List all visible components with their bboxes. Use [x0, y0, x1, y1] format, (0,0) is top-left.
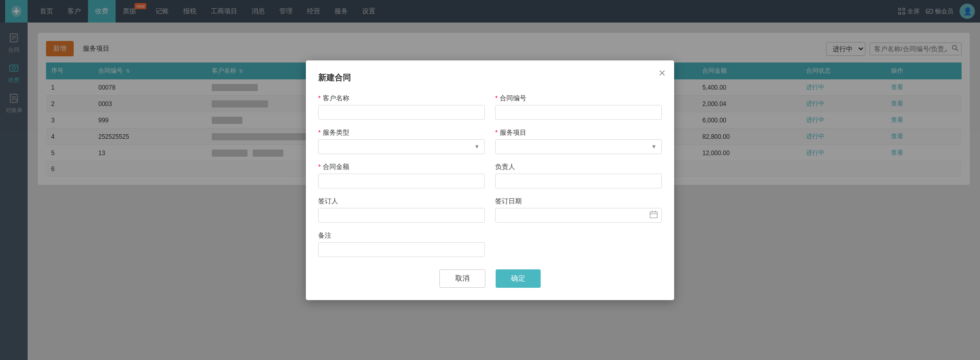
- form-group-service-type: * 服务类型 ▼: [318, 128, 485, 154]
- modal-close-button[interactable]: ✕: [658, 68, 666, 79]
- service-item-select-wrap: ▼: [495, 139, 662, 154]
- amount-label: * 合同金额: [318, 162, 485, 172]
- service-type-select-wrap: ▼: [318, 139, 485, 154]
- form-group-amount: * 合同金额 0.00: [318, 162, 485, 188]
- modal-title: 新建合同: [318, 73, 662, 83]
- form-group-spacer: [495, 231, 662, 257]
- note-label: 备注: [318, 231, 485, 240]
- form-row-3: * 合同金额 0.00 负责人: [318, 162, 662, 188]
- customer-name-label: * 客户名称: [318, 94, 485, 103]
- customer-name-input[interactable]: [318, 105, 485, 120]
- signer-label: 签订人: [318, 197, 485, 206]
- responsible-label: 负责人: [495, 162, 662, 172]
- form-group-sign-date: 签订日期 2023-06-06: [495, 197, 662, 223]
- form-group-service-item: * 服务项目 ▼: [495, 128, 662, 154]
- amount-input[interactable]: 0.00: [318, 174, 485, 188]
- form-group-signer: 签订人: [318, 197, 485, 223]
- modal-footer: 取消 确定: [318, 269, 662, 288]
- modal-overlay: ✕ 新建合同 * 客户名称 * 合同编号: [0, 0, 980, 360]
- confirm-button[interactable]: 确定: [496, 269, 541, 288]
- service-type-label: * 服务类型: [318, 128, 485, 137]
- form-group-customer-name: * 客户名称: [318, 94, 485, 120]
- form-row-4: 签订人 签订日期 2023-06-06: [318, 197, 662, 223]
- signer-input[interactable]: [318, 208, 485, 223]
- form-group-responsible: 负责人: [495, 162, 662, 188]
- sign-date-wrap: 2023-06-06: [495, 208, 662, 223]
- sign-date-label: 签订日期: [495, 197, 662, 206]
- cancel-button[interactable]: 取消: [439, 269, 485, 288]
- service-item-label: * 服务项目: [495, 128, 662, 137]
- form-row-1: * 客户名称 * 合同编号: [318, 94, 662, 120]
- form-group-contract-no: * 合同编号: [495, 94, 662, 120]
- contract-no-label: * 合同编号: [495, 94, 662, 103]
- new-contract-modal: ✕ 新建合同 * 客户名称 * 合同编号: [306, 60, 674, 300]
- contract-no-input[interactable]: [495, 105, 662, 120]
- form-group-note: 备注: [318, 231, 485, 257]
- sign-date-input[interactable]: 2023-06-06: [495, 208, 662, 223]
- responsible-input[interactable]: [495, 174, 662, 188]
- service-item-select[interactable]: [495, 139, 662, 154]
- form-row-2: * 服务类型 ▼ * 服务项目: [318, 128, 662, 154]
- note-input[interactable]: [318, 242, 485, 257]
- form-row-5: 备注: [318, 231, 662, 257]
- service-type-select[interactable]: [318, 139, 485, 154]
